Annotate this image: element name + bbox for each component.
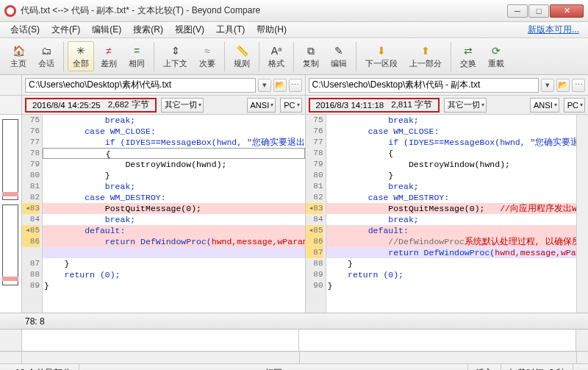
left-timestamp: 2016/8/4 14:25:25 (32, 101, 101, 110)
status-center: 相同 (265, 367, 282, 371)
toolbar: 🏠主页 🗂会话 ✳全部 ≠差别 =相同 ⇕上下文 ≈次要 📏规则 Aᵃ格式 ⧉复… (0, 38, 588, 75)
next-section-button[interactable]: ⬇下一区段 (360, 41, 403, 71)
home-icon: 🏠 (11, 43, 26, 58)
horizontal-scrollbar[interactable] (0, 352, 588, 364)
right-browse-button[interactable]: ⋯ (572, 79, 585, 92)
edit-icon: ✎ (331, 43, 346, 58)
all-button[interactable]: ✳全部 (68, 41, 94, 71)
load-time: 加载时间: 0 秒 (509, 367, 565, 371)
swap-button[interactable]: ⇄交换 (455, 41, 481, 71)
reload-button[interactable]: ⟳重載 (483, 41, 509, 71)
update-available-link[interactable]: 新版本可用... (528, 24, 584, 36)
minor-button[interactable]: ≈次要 (194, 41, 220, 71)
copy-icon: ⧉ (304, 43, 318, 58)
overview-gutter[interactable] (0, 115, 22, 313)
menu-view[interactable]: 视图(V) (169, 24, 210, 36)
menu-tools[interactable]: 工具(T) (210, 24, 251, 36)
close-button[interactable]: ✕ (550, 4, 584, 18)
sessions-button[interactable]: 🗂会话 (33, 41, 60, 71)
left-encoding-select[interactable]: ANSI (247, 98, 276, 113)
left-browse-button[interactable]: ⋯ (289, 79, 302, 92)
left-file-info: 2016/8/4 14:25:25 2,682 字节 (25, 98, 157, 113)
same-icon: = (129, 43, 144, 58)
rules-icon: 📏 (234, 43, 249, 58)
edit-button[interactable]: ✎编辑 (326, 41, 352, 71)
app-icon (4, 5, 16, 17)
prev-section-button[interactable]: ⬆上一部分 (404, 41, 447, 71)
menu-search[interactable]: 搜索(R) (127, 24, 169, 36)
insert-mode: 插入 (476, 367, 493, 371)
right-path-dropdown[interactable]: ▾ (541, 79, 554, 92)
arrow-up-icon: ⬆ (418, 43, 433, 58)
home-button[interactable]: 🏠主页 (5, 41, 32, 71)
menu-help[interactable]: 帮助(H) (251, 24, 293, 36)
left-open-button[interactable]: 📂 (273, 79, 287, 92)
menu-file[interactable]: 文件(F) (46, 24, 86, 36)
menu-session[interactable]: 会话(S) (4, 24, 46, 36)
sessions-icon: 🗂 (39, 43, 54, 58)
reload-icon: ⟳ (489, 43, 503, 58)
menu-bar: 会话(S) 文件(F) 编辑(E) 搜索(R) 视图(V) 工具(T) 帮助(H… (0, 22, 588, 38)
copy-button[interactable]: ⧉复制 (298, 41, 324, 71)
format-icon: Aᵃ (269, 43, 284, 58)
arrow-down-icon: ⬇ (374, 43, 389, 58)
rules-button[interactable]: 📏规则 (229, 41, 255, 71)
right-code-pane[interactable]: break; case WM_CLOSE: if (IDYES==Message… (326, 115, 577, 313)
minor-icon: ≈ (200, 43, 215, 58)
left-path-input[interactable]: C:\Users\echo\Desktop\素材\代码.txt (25, 78, 256, 93)
menu-edit[interactable]: 编辑(E) (86, 24, 127, 36)
left-filter-select[interactable]: 其它一切 (161, 98, 204, 113)
left-code-pane[interactable]: break; case WM_CLOSE: if (IDYES==Message… (43, 115, 305, 313)
all-icon: ✳ (74, 43, 88, 58)
diff-count: 12 个差异部分 (15, 367, 72, 371)
maximize-button[interactable]: □ (528, 4, 549, 18)
diff-button[interactable]: ≠差别 (96, 41, 122, 71)
right-file-info: 2016/8/3 14:11:18 2,811 字节 (309, 98, 440, 113)
left-path-dropdown[interactable]: ▾ (258, 79, 271, 92)
window-title: 代码.txt <--> 代码 - 副本.txt* - 文本比较(T) - Bey… (21, 4, 507, 17)
left-size: 2,682 字节 (108, 99, 149, 110)
left-line-numbers: 7576777879808182 ◂8384◂8586 878889 (22, 115, 43, 313)
right-filter-select[interactable]: 其它一切 (444, 98, 487, 113)
left-lineend-select[interactable]: PC (280, 98, 301, 113)
right-timestamp: 2016/8/3 14:11:18 (316, 101, 384, 110)
left-line-detail[interactable] (22, 330, 299, 351)
right-open-button[interactable]: 📂 (556, 79, 570, 92)
right-line-numbers: 7576777879808182 ◂8384◂8586 87888990 (306, 115, 326, 313)
status-bar: ≠12 个差异部分 相同 插入 加载时间: 0 秒 (0, 364, 588, 370)
right-encoding-select[interactable]: ANSI (530, 98, 559, 113)
detail-scrollbar[interactable] (576, 330, 588, 351)
right-lineend-select[interactable]: PC (564, 98, 585, 113)
vertical-scrollbar[interactable] (576, 115, 588, 313)
context-button[interactable]: ⇕上下文 (158, 41, 193, 71)
context-icon: ⇕ (168, 43, 183, 58)
diff-icon: ≠ (101, 43, 116, 58)
cursor-position: 78: 8 (0, 313, 588, 330)
format-button[interactable]: Aᵃ格式 (263, 41, 290, 71)
right-line-detail[interactable] (299, 330, 576, 351)
right-path-input[interactable]: C:\Users\echo\Desktop\素材\代码 - 副本.txt (309, 78, 539, 93)
same-button[interactable]: =相同 (123, 41, 150, 71)
swap-icon: ⇄ (461, 43, 476, 58)
right-size: 2,811 字节 (391, 99, 432, 110)
minimize-button[interactable]: ─ (507, 4, 528, 18)
